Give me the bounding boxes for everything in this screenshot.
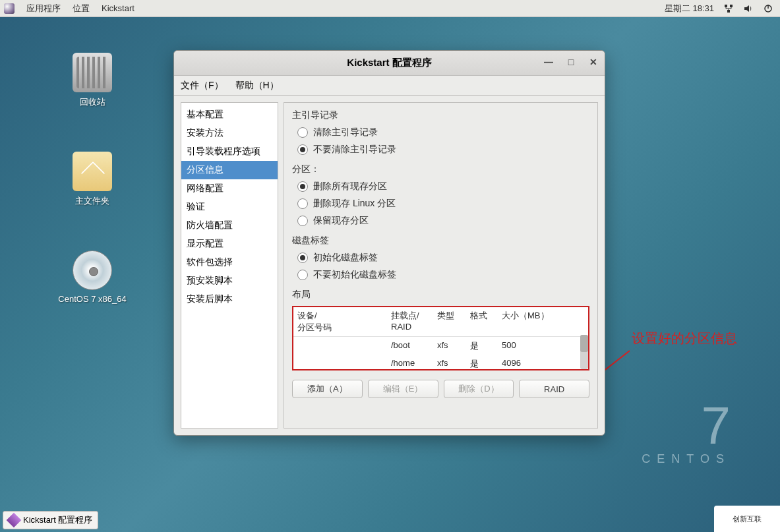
radio-icon	[297, 144, 308, 155]
table-row[interactable]: /homexfs是4096	[293, 355, 588, 370]
sidebar: 基本配置安装方法引导装载程序选项分区信息网络配置验证防火墙配置显示配置软件包选择…	[181, 102, 278, 429]
section-mbr-title: 主引导记录	[292, 109, 589, 121]
cell-size: 500	[498, 338, 557, 355]
radio-icon	[297, 216, 308, 226]
trash-icon	[73, 53, 112, 92]
cell-mount: /boot	[387, 338, 433, 355]
top-panel: 应用程序 位置 Kickstart 星期二 18:31	[0, 0, 780, 17]
sidebar-item[interactable]: 分区信息	[181, 161, 278, 179]
cell-mount: /home	[387, 355, 433, 370]
col-mount[interactable]: 挂载点/ RAID	[387, 307, 433, 336]
active-app-name[interactable]: Kickstart	[102, 3, 135, 13]
edit-button[interactable]: 编辑（E）	[368, 380, 438, 398]
kickstart-window: Kickstart 配置程序 — □ ✕ 文件（F） 帮助（H） 基本配置安装方…	[173, 50, 605, 436]
volume-icon[interactable]	[743, 3, 754, 14]
radio-icon	[297, 181, 308, 192]
menu-applications[interactable]: 应用程序	[26, 3, 61, 15]
cdrom-icon	[73, 251, 112, 290]
centos-name: CENTOS	[642, 452, 731, 466]
mbr-option[interactable]: 清除主引导记录	[292, 124, 589, 141]
site-watermark: 创新互联	[714, 506, 780, 532]
annotation-text: 设置好的分区信息	[632, 330, 737, 347]
sidebar-item[interactable]: 防火墙配置	[181, 216, 278, 235]
svg-rect-2	[727, 10, 730, 13]
disklabel-label: 初始化磁盘标签	[313, 252, 378, 264]
partition-label: 删除现存 Linux 分区	[313, 198, 396, 210]
partition-option[interactable]: 删除现存 Linux 分区	[292, 195, 589, 212]
taskbar-item-kickstart[interactable]: Kickstart 配置程序	[3, 511, 98, 529]
sidebar-item[interactable]: 安装后脚本	[181, 290, 278, 309]
col-type[interactable]: 类型	[433, 307, 466, 336]
close-button[interactable]: ✕	[587, 56, 599, 68]
menu-file[interactable]: 文件（F）	[181, 80, 224, 92]
cell-size: 4096	[498, 355, 557, 370]
mbr-label: 清除主引导记录	[313, 127, 378, 138]
cell-type: xfs	[433, 355, 466, 370]
sidebar-item[interactable]: 显示配置	[181, 235, 278, 253]
section-layout-title: 布局	[292, 289, 589, 301]
col-size[interactable]: 大小（MB）	[498, 307, 557, 336]
disklabel-option[interactable]: 不要初始化磁盘标签	[292, 266, 589, 283]
cell-device	[293, 338, 387, 355]
raid-button[interactable]: RAID	[519, 380, 589, 398]
disklabel-option[interactable]: 初始化磁盘标签	[292, 249, 589, 266]
desktop-icon-trash[interactable]: 回收站	[46, 53, 138, 108]
menu-places[interactable]: 位置	[73, 3, 90, 15]
centos-version: 7	[642, 399, 731, 452]
radio-icon	[297, 270, 308, 280]
layout-scrollbar-thumb[interactable]	[580, 335, 588, 352]
partition-pane: 主引导记录 清除主引导记录不要清除主引导记录 分区： 删除所有现存分区删除现存 …	[284, 102, 598, 429]
home-folder-icon	[73, 152, 112, 191]
radio-icon	[297, 127, 308, 138]
sidebar-item[interactable]: 软件包选择	[181, 253, 278, 272]
svg-rect-1	[730, 5, 733, 7]
section-disklabel-title: 磁盘标签	[292, 235, 589, 247]
desktop-icon-cdrom[interactable]: CentOS 7 x86_64	[40, 251, 145, 304]
menu-help[interactable]: 帮助（H）	[235, 80, 279, 92]
partition-option[interactable]: 删除所有现存分区	[292, 178, 589, 195]
sidebar-item[interactable]: 引导装载程序选项	[181, 142, 278, 161]
menubar: 文件（F） 帮助（H）	[174, 76, 605, 96]
col-device[interactable]: 设备/ 分区号码	[293, 307, 387, 336]
desktop-icon-home[interactable]: 主文件夹	[46, 152, 138, 207]
window-title: Kickstart 配置程序	[347, 57, 431, 69]
disklabel-label: 不要初始化磁盘标签	[313, 269, 396, 281]
col-format[interactable]: 格式	[466, 307, 498, 336]
radio-icon	[297, 252, 308, 263]
maximize-button[interactable]: □	[565, 56, 577, 68]
partition-label: 保留现存分区	[313, 215, 369, 227]
sidebar-item[interactable]: 安装方法	[181, 124, 278, 142]
cell-type: xfs	[433, 338, 466, 355]
cdrom-label: CentOS 7 x86_64	[40, 294, 145, 304]
system-logo-icon	[4, 3, 15, 14]
power-icon[interactable]	[763, 3, 773, 14]
sidebar-item[interactable]: 基本配置	[181, 105, 278, 124]
partition-option[interactable]: 保留现存分区	[292, 212, 589, 229]
home-label: 主文件夹	[46, 195, 138, 207]
delete-button[interactable]: 删除（D）	[444, 380, 514, 398]
radio-icon	[297, 198, 308, 209]
sidebar-item[interactable]: 验证	[181, 198, 278, 216]
mbr-label: 不要清除主引导记录	[313, 144, 396, 156]
svg-rect-0	[725, 5, 727, 7]
sidebar-item[interactable]: 预安装脚本	[181, 272, 278, 290]
window-titlebar[interactable]: Kickstart 配置程序 — □ ✕	[174, 51, 605, 76]
cell-format: 是	[466, 338, 498, 355]
cell-format: 是	[466, 355, 498, 370]
trash-label: 回收站	[46, 96, 138, 108]
clock[interactable]: 星期二 18:31	[665, 3, 714, 15]
add-button[interactable]: 添加（A）	[292, 380, 363, 398]
mbr-option[interactable]: 不要清除主引导记录	[292, 141, 589, 158]
taskbar-app-label: Kickstart 配置程序	[23, 514, 92, 526]
sidebar-item[interactable]: 网络配置	[181, 179, 278, 198]
partition-label: 删除所有现存分区	[313, 181, 387, 192]
section-partition-title: 分区：	[292, 163, 589, 175]
table-row[interactable]: /bootxfs是500	[293, 337, 588, 355]
partition-layout-table[interactable]: 设备/ 分区号码 挂载点/ RAID 类型 格式 大小（MB） /bootxfs…	[292, 306, 589, 370]
centos-watermark: 7 CENTOS	[642, 399, 731, 466]
cell-device	[293, 355, 387, 370]
minimize-button[interactable]: —	[543, 56, 555, 68]
kickstart-app-icon	[7, 513, 22, 528]
network-icon[interactable]	[723, 3, 734, 14]
